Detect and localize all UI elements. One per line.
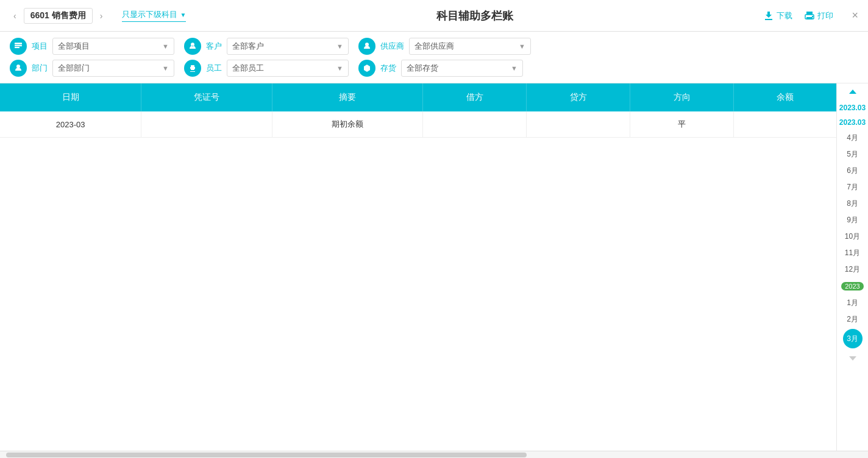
next-account-button[interactable]: › <box>96 10 107 22</box>
customer-icon <box>184 38 201 55</box>
sidebar-month-11[interactable]: 11月 <box>837 245 868 261</box>
cell-credit <box>527 111 630 138</box>
svg-rect-7 <box>15 47 20 48</box>
table-row: 2023-03 期初余额 平 <box>0 111 836 138</box>
cell-summary: 期初余额 <box>272 111 423 138</box>
right-sidebar: 2023.03 2023.03 4月 5月 6月 7月 8月 9月 10月 11… <box>836 83 868 451</box>
department-value: 全部部门 <box>58 63 90 74</box>
filter-inventory: 存货 全部存货 ▼ <box>358 60 523 77</box>
employee-arrow-icon: ▼ <box>336 65 343 72</box>
table-wrapper[interactable]: 日期 凭证号 摘要 借方 贷方 方向 余额 2023-03 期初余额 <box>0 83 836 451</box>
employee-icon <box>184 60 201 77</box>
nav-area: ‹ 6601 销售费用 › 只显示下级科目 ▼ <box>10 8 186 24</box>
cell-debit <box>423 111 527 138</box>
sidebar-month-2[interactable]: 2月 <box>837 311 868 328</box>
customer-value: 全部客户 <box>232 41 264 52</box>
toolbar-right: 下载 打印 × <box>764 9 858 22</box>
department-arrow-icon: ▼ <box>162 65 169 72</box>
cell-date: 2023-03 <box>0 111 141 138</box>
svg-rect-4 <box>812 16 813 17</box>
department-label: 部门 <box>32 63 48 74</box>
active-month-container: 3月 <box>843 329 863 348</box>
prev-account-button[interactable]: ‹ <box>10 10 20 22</box>
col-balance: 余额 <box>734 83 836 111</box>
inventory-label: 存货 <box>380 63 396 74</box>
chevron-down-icon <box>848 353 858 363</box>
sidebar-down-button[interactable] <box>837 350 868 367</box>
supplier-icon <box>358 38 375 55</box>
col-voucher: 凭证号 <box>141 83 272 111</box>
sidebar-month-10[interactable]: 10月 <box>837 228 868 245</box>
supplier-select[interactable]: 全部供应商 ▼ <box>409 38 531 55</box>
customer-arrow-icon: ▼ <box>336 43 343 50</box>
cell-direction: 平 <box>630 111 734 138</box>
account-code-label: 6601 销售费用 <box>24 8 93 24</box>
chevron-up-icon <box>848 87 858 97</box>
main-content: 日期 凭证号 摘要 借方 贷方 方向 余额 2023-03 期初余额 <box>0 83 868 451</box>
sidebar-month-4[interactable]: 4月 <box>837 130 868 146</box>
filter-employee: 员工 全部员工 ▼ <box>184 60 349 77</box>
supplier-value: 全部供应商 <box>414 41 454 52</box>
svg-rect-11 <box>190 67 191 69</box>
project-arrow-icon: ▼ <box>162 43 169 50</box>
sidebar-month-9[interactable]: 9月 <box>837 212 868 228</box>
print-icon <box>805 11 814 21</box>
filter-area: 项目 全部项目 ▼ 客户 全部客户 ▼ <box>0 32 868 83</box>
customer-select[interactable]: 全部客户 ▼ <box>227 38 349 55</box>
show-sub-arrow-icon: ▼ <box>180 12 186 18</box>
download-button[interactable]: 下载 <box>764 10 792 21</box>
department-select[interactable]: 全部部门 ▼ <box>52 60 174 77</box>
filter-supplier: 供应商 全部供应商 ▼ <box>358 38 531 55</box>
inventory-value: 全部存货 <box>407 63 438 74</box>
filter-customer: 客户 全部客户 ▼ <box>184 38 349 55</box>
svg-rect-3 <box>806 17 813 19</box>
customer-label: 客户 <box>206 41 222 52</box>
filter-department: 部门 全部部门 ▼ <box>10 60 174 77</box>
department-icon <box>10 60 27 77</box>
sidebar-month-5[interactable]: 5月 <box>837 146 868 163</box>
svg-rect-12 <box>194 67 195 69</box>
supplier-arrow-icon: ▼ <box>519 43 525 50</box>
employee-select[interactable]: 全部员工 ▼ <box>227 60 349 77</box>
col-credit: 贷方 <box>527 83 630 111</box>
show-sub-label: 只显示下级科目 <box>122 9 177 20</box>
svg-rect-10 <box>191 65 194 70</box>
inventory-arrow-icon: ▼ <box>511 65 518 72</box>
sidebar-month-1[interactable]: 1月 <box>837 295 868 311</box>
col-summary: 摘要 <box>272 83 423 111</box>
page-title: 科目辅助多栏账 <box>186 9 764 23</box>
year-badge: 2023 <box>841 282 863 291</box>
filter-row-2: 部门 全部部门 ▼ 员工 全部员工 <box>10 60 858 77</box>
inventory-select[interactable]: 全部存货 ▼ <box>401 60 523 77</box>
year-badge-container: 2023 <box>841 280 863 292</box>
project-value: 全部项目 <box>58 41 90 52</box>
project-icon <box>10 38 27 55</box>
scrollbar-thumb[interactable] <box>6 453 527 457</box>
title-bar: ‹ 6601 销售费用 › 只显示下级科目 ▼ 科目辅助多栏账 下载 <box>0 0 868 32</box>
filter-project: 项目 全部项目 ▼ <box>10 38 174 55</box>
sidebar-month-3-active[interactable]: 3月 <box>843 329 863 348</box>
horizontal-scrollbar[interactable] <box>0 451 868 458</box>
download-icon <box>764 11 774 21</box>
svg-rect-5 <box>15 43 22 44</box>
svg-rect-0 <box>765 19 772 20</box>
filter-row-1: 项目 全部项目 ▼ 客户 全部客户 ▼ <box>10 38 858 55</box>
sidebar-month-2023-03-top1[interactable]: 2023.03 <box>837 100 868 115</box>
print-button[interactable]: 打印 <box>805 10 833 21</box>
sidebar-month-6[interactable]: 6月 <box>837 163 868 179</box>
employee-label: 员工 <box>206 63 222 74</box>
sidebar-month-2023-03-top2[interactable]: 2023.03 <box>837 115 868 130</box>
ledger-table: 日期 凭证号 摘要 借方 贷方 方向 余额 2023-03 期初余额 <box>0 83 836 138</box>
project-select[interactable]: 全部项目 ▼ <box>52 38 174 55</box>
show-sub-toggle[interactable]: 只显示下级科目 ▼ <box>122 9 186 22</box>
svg-rect-13 <box>190 71 195 72</box>
sidebar-month-7[interactable]: 7月 <box>837 179 868 196</box>
sidebar-month-8[interactable]: 8月 <box>837 196 868 212</box>
sidebar-month-12[interactable]: 12月 <box>837 261 868 278</box>
employee-value: 全部员工 <box>232 63 264 74</box>
col-direction: 方向 <box>630 83 734 111</box>
sidebar-up-button[interactable] <box>837 83 868 100</box>
close-button[interactable]: × <box>852 9 858 22</box>
table-header-row: 日期 凭证号 摘要 借方 贷方 方向 余额 <box>0 83 836 111</box>
cell-voucher <box>141 111 272 138</box>
